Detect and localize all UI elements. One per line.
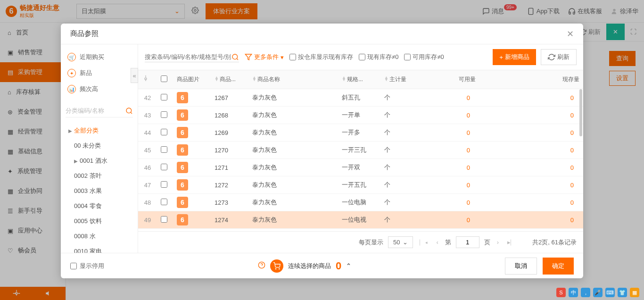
product-img-icon: 6 [177,92,188,103]
plus-icon: + [499,54,503,61]
help-icon[interactable] [258,261,265,270]
table-row[interactable]: 48 6 1273 泰力灰色 一位电脑 个 0 0 [138,194,583,211]
category-item-8[interactable]: 0010 家电 [61,244,138,253]
more-conditions[interactable]: 更多条件 ▾ [245,53,284,61]
category-item-0[interactable]: ▶全部分类 [61,123,138,138]
category-item-6[interactable]: 0005 饮料 [61,214,138,229]
ime-punct-icon[interactable]: ， [581,288,590,297]
chk-existing-stock[interactable]: 现有库存≠0 [359,53,398,61]
svg-point-13 [275,268,276,269]
category-item-5[interactable]: 0004 零食 [61,199,138,214]
ime-skin-icon[interactable]: 👕 [618,288,627,297]
svg-point-5 [126,108,132,113]
selected-count: 0 [336,260,341,272]
ime-s-icon[interactable]: S [556,288,566,297]
page-summary: 共2页, 61条记录 [532,238,577,247]
col-stock[interactable]: 现存量 [479,70,583,89]
ime-lang-icon[interactable]: 中 [569,288,578,297]
product-modal: 商品参照 ✕ 🛒近期购买✦新品📊频次高 « 分类编码/名称 ▶全部分类00 未分… [61,24,583,278]
per-page-select[interactable]: 50 ⌄ [388,236,413,248]
add-product-button[interactable]: +新增商品 [493,49,536,65]
category-item-4[interactable]: 0003 水果 [61,183,138,199]
search-icon [125,107,133,115]
chevron-up-icon[interactable]: ⌃ [346,262,351,269]
caret-icon: ▶ [68,128,72,133]
col-settings[interactable] [138,70,157,89]
product-search[interactable] [145,52,239,62]
modal-overlay: 商品参照 ✕ 🛒近期购买✦新品📊频次高 « 分类编码/名称 ▶全部分类00 未分… [0,0,644,300]
tab-icon: 🛒 [67,53,76,61]
show-disabled-checkbox[interactable]: 显示停用 [70,262,104,270]
svg-marker-9 [245,54,251,60]
panel-tab-1[interactable]: ✦新品 [61,65,138,81]
svg-line-8 [237,58,238,60]
table-row[interactable]: 49 6 1274 泰力灰色 一位电视 个 0 0 [138,211,583,229]
col-unit[interactable]: ▲▼主计量 [380,70,413,89]
svg-line-6 [131,112,132,114]
table-row[interactable]: 47 6 1272 泰力灰色 一开五孔 个 0 0 [138,176,583,194]
caret-icon: ▶ [74,158,78,164]
ime-mic-icon[interactable]: 🎤 [593,288,603,297]
panel-tab-2[interactable]: 📊频次高 [61,81,138,97]
category-item-2[interactable]: ▶0001 酒水 [61,153,138,168]
table-row[interactable]: 42 6 1267 泰力灰色 斜五孔 个 0 0 [138,89,583,107]
product-img-icon: 6 [177,162,188,173]
product-img-icon: 6 [177,144,188,156]
ime-kbd-icon[interactable]: ⌨ [605,288,615,297]
category-item-3[interactable]: 0002 茶叶 [61,168,138,183]
chevron-down-icon: ▾ [281,54,284,61]
chk-warehouse-stock[interactable]: 按仓库显示现有库存 [289,53,353,61]
category-item-7[interactable]: 0008 水 [61,229,138,244]
table-row[interactable]: 43 6 1268 泰力灰色 一开单 个 0 0 [138,107,583,124]
svg-point-14 [279,268,280,269]
product-search-input[interactable] [145,53,231,60]
filter-icon [245,53,252,61]
table-row[interactable]: 46 6 1271 泰力灰色 一开双 个 0 0 [138,159,583,176]
product-img-icon: 6 [177,127,188,138]
confirm-button[interactable]: 确定 [543,258,574,275]
pagination: 每页显示 50 ⌄ ⎸◂ ‹ 第 页 › ▸⎸ 共2页, 61条记录 [138,231,583,253]
modal-left-panel: 🛒近期购买✦新品📊频次高 « 分类编码/名称 ▶全部分类00 未分类▶0001 … [61,44,138,253]
gear-icon [142,75,149,83]
page-first[interactable]: ⎸◂ [418,239,429,246]
chk-available-stock[interactable]: 可用库存≠0 [404,53,444,61]
page-last[interactable]: ▸⎸ [505,239,518,246]
scrollbar[interactable] [579,89,582,136]
table-row[interactable]: 50 6 1275 泰力灰色 一位门铃 个 0 0 [138,229,583,232]
product-img-icon: 6 [177,179,188,191]
cancel-button[interactable]: 取消 [505,258,537,275]
table-row[interactable]: 44 6 1269 泰力灰色 一开多 个 0 0 [138,124,583,142]
category-search[interactable]: 分类编码/名称 [66,105,133,117]
product-img-icon: 6 [177,197,188,208]
table-row[interactable]: 45 6 1270 泰力灰色 一开三孔 个 0 0 [138,142,583,159]
category-item-1[interactable]: 00 未分类 [61,138,138,153]
category-search-placeholder: 分类编码/名称 [66,107,104,115]
svg-point-7 [232,54,238,59]
page-next[interactable]: › [495,239,501,246]
product-img-icon: 6 [177,109,188,121]
col-checkbox[interactable] [157,70,173,89]
product-table: 商品图片 ▲▼商品... ▲▼商品名称 ▲▼规格... ▲▼主计量 可用量 现存… [138,70,583,231]
col-image[interactable]: 商品图片 [173,70,211,89]
modal-right-panel: 更多条件 ▾ 按仓库显示现有库存 现有库存≠0 可用库存≠0 +新增商品 刷新 [138,44,583,253]
col-name[interactable]: ▲▼商品名称 [248,70,338,89]
col-code[interactable]: ▲▼商品... [211,70,248,89]
tab-icon: ✦ [67,69,76,77]
collapse-handle[interactable]: « [131,68,138,83]
modal-title: 商品参照 [70,29,99,38]
col-avail[interactable]: 可用量 [413,70,479,89]
cart-icon[interactable] [270,259,283,273]
refresh-button[interactable]: 刷新 [541,49,577,65]
per-page-label: 每页显示 [359,238,383,247]
product-img-icon: 6 [177,214,188,225]
search-icon [231,53,239,61]
selected-label: 连续选择的商品 [288,262,331,270]
col-spec[interactable]: ▲▼规格... [338,70,380,89]
page-prev[interactable]: ‹ [434,239,440,246]
ime-grid-icon[interactable]: ▦ [630,288,639,297]
refresh-icon [548,53,555,61]
panel-tab-0[interactable]: 🛒近期购买 [61,49,138,65]
tab-icon: 📊 [67,85,76,93]
close-icon[interactable]: ✕ [567,29,574,39]
page-input[interactable] [456,236,479,248]
